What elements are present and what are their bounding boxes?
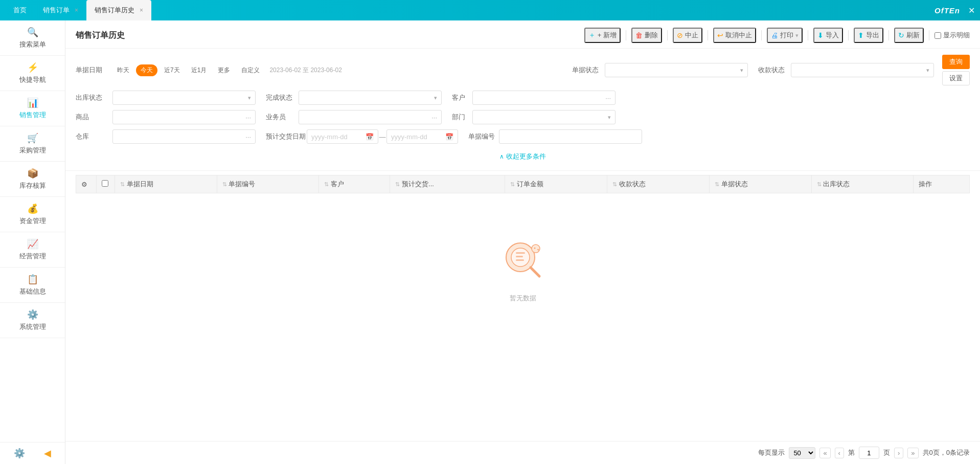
customer-label: 客户 — [452, 93, 472, 102]
toolbar-sep-5 — [808, 30, 808, 40]
pagination-bar: 每页显示 50 10 20 100 « ‹ 第 页 › » 共0页，0条记录 — [65, 441, 980, 464]
sidebar-item-quick-nav[interactable]: ⚡ 快捷导航 — [0, 56, 65, 91]
sidebar-item-system-mgmt[interactable]: ⚙️ 系统管理 — [0, 303, 65, 338]
sidebar-item-basic-info[interactable]: 📋 基础信息 — [0, 268, 65, 303]
tab-sales-order-history[interactable]: 销售订单历史 × — [86, 0, 151, 20]
sidebar-item-purchase-mgmt[interactable]: 🛒 采购管理 — [0, 126, 65, 162]
date-pill-custom[interactable]: 自定义 — [237, 64, 264, 76]
bill-no-input[interactable] — [499, 129, 642, 144]
date-pill-7days[interactable]: 近7天 — [159, 64, 185, 76]
th-order-amount[interactable]: ⇅ 订单金额 — [505, 175, 607, 193]
toolbar-sep-6 — [848, 30, 849, 40]
toolbar: ＋ + 新增 🗑 删除 ⊘ 中止 ↩ 取消中止 — [584, 28, 970, 43]
first-page-btn[interactable]: « — [819, 448, 830, 458]
bill-status-select[interactable]: ▾ — [605, 63, 748, 77]
tab-sales-order[interactable]: 销售订单 × — [35, 0, 86, 20]
customer-dots-icon: ··· — [605, 94, 611, 102]
stop-button[interactable]: ⊘ 中止 — [673, 28, 702, 43]
next-page-btn[interactable]: › — [894, 448, 903, 458]
sidebar-item-operations[interactable]: 📈 经营管理 — [0, 232, 65, 268]
product-select[interactable]: ··· — [112, 110, 256, 124]
sidebar-collapse-icon[interactable]: ◀ — [44, 448, 51, 459]
show-detail-checkbox-label[interactable]: 显示明细 — [935, 31, 970, 40]
main-layout: 🔍 搜索菜单 ⚡ 快捷导航 📊 销售管理 🛒 采购管理 📦 库存核算 💰 资金管… — [0, 20, 980, 464]
expected-date-from[interactable]: yyyy-mm-dd 📅 — [307, 129, 378, 144]
toolbar-sep-7 — [888, 30, 889, 40]
export-button[interactable]: ⬆ 导出 — [854, 28, 883, 43]
table-settings-th[interactable]: ⚙ — [76, 175, 97, 193]
table-area: ⚙ ⇅ 单据日期 ⇅ 单据编号 ⇅ 客户 ⇅ 预计交货... ⇅ 订单金额 ⇅ … — [65, 171, 980, 441]
empty-illustration — [497, 234, 549, 285]
new-button[interactable]: ＋ + 新增 — [584, 28, 621, 43]
svg-rect-5 — [516, 259, 524, 261]
receipt-status-label: 收款状态 — [758, 65, 791, 75]
table-checkbox-th[interactable] — [97, 175, 115, 193]
th-bill-status[interactable]: ⇅ 单据状态 — [709, 175, 811, 193]
last-page-btn[interactable]: » — [907, 448, 918, 458]
sidebar-item-finance[interactable]: 💰 资金管理 — [0, 197, 65, 232]
collapse-more-btn[interactable]: ∧ 收起更多条件 — [76, 149, 970, 164]
outbound-status-select[interactable]: ▾ — [112, 91, 256, 105]
delete-button[interactable]: 🗑 删除 — [631, 28, 662, 43]
sidebar-item-sales-mgmt[interactable]: 📊 销售管理 — [0, 91, 65, 126]
th-customer[interactable]: ⇅ 客户 — [319, 175, 390, 193]
page-number-input[interactable] — [859, 447, 879, 459]
th-bill-date[interactable]: ⇅ 单据日期 — [115, 175, 217, 193]
sidebar-settings-icon[interactable]: ⚙️ — [14, 448, 25, 459]
page-size-select[interactable]: 50 10 20 100 — [789, 447, 815, 459]
date-pill-yesterday[interactable]: 昨天 — [112, 64, 134, 76]
complete-status-select[interactable]: ▾ — [299, 91, 442, 105]
department-select[interactable]: ▾ — [472, 110, 616, 124]
sidebar-item-search-menu[interactable]: 🔍 搜索菜单 — [0, 20, 65, 56]
filter-row-4: 仓库 ··· 预计交货日期 yyyy-mm-dd 📅 — yyyy-mm-dd … — [76, 129, 970, 144]
sort-receipt-status-icon: ⇅ — [612, 181, 617, 187]
filter-row-2: 出库状态 ▾ 完成状态 ▾ 客户 ··· — [76, 91, 970, 105]
print-button[interactable]: 🖨 打印 ▾ — [767, 28, 803, 43]
warehouse-dots-icon: ··· — [245, 133, 251, 141]
salesperson-select[interactable]: ··· — [299, 110, 442, 124]
table-header-row: ⚙ ⇅ 单据日期 ⇅ 单据编号 ⇅ 客户 ⇅ 预计交货... ⇅ 订单金额 ⇅ … — [76, 175, 970, 193]
cancel-stop-button[interactable]: ↩ 取消中止 — [713, 28, 756, 43]
select-all-checkbox[interactable] — [102, 180, 108, 187]
empty-text: 暂无数据 — [510, 294, 536, 303]
import-button[interactable]: ⬇ 导入 — [813, 28, 843, 43]
date-pill-today[interactable]: 今天 — [136, 64, 157, 76]
show-detail-checkbox[interactable] — [935, 32, 941, 39]
th-outbound-status[interactable]: ⇅ 出库状态 — [811, 175, 914, 193]
date-pill-more[interactable]: 更多 — [213, 64, 235, 76]
refresh-button[interactable]: ↻ 刷新 — [894, 28, 924, 43]
customer-select[interactable]: ··· — [472, 91, 616, 105]
th-expected-date[interactable]: ⇅ 预计交货... — [390, 175, 505, 193]
table-header: ⚙ ⇅ 单据日期 ⇅ 单据编号 ⇅ 客户 ⇅ 预计交货... ⇅ 订单金额 ⇅ … — [76, 175, 970, 193]
top-bar-right: OfTEn ✕ — [935, 6, 975, 15]
th-receipt-status[interactable]: ⇅ 收款状态 — [607, 175, 710, 193]
prev-page-btn[interactable]: ‹ — [835, 448, 844, 458]
search-button[interactable]: 查询 — [942, 55, 970, 69]
sidebar-item-inventory[interactable]: 📦 库存核算 — [0, 162, 65, 197]
settings-filter-button[interactable]: 设置 — [942, 71, 970, 85]
bill-status-label: 单据状态 — [572, 65, 605, 75]
tab-sales-order-close[interactable]: × — [75, 7, 78, 14]
expected-date-to[interactable]: yyyy-mm-dd 📅 — [386, 129, 458, 144]
page-size-label: 每页显示 — [758, 448, 785, 457]
complete-status-chevron-icon: ▾ — [434, 95, 437, 101]
warehouse-select[interactable]: ··· — [112, 129, 256, 144]
receipt-status-select[interactable]: ▾ — [791, 63, 934, 77]
th-bill-no[interactable]: ⇅ 单据编号 — [217, 175, 319, 193]
date-range-text: 2023-06-02 至 2023-06-02 — [269, 66, 341, 75]
inventory-icon: 📦 — [27, 168, 38, 179]
svg-line-2 — [531, 268, 539, 276]
svg-rect-4 — [516, 256, 523, 257]
toolbar-sep-1 — [626, 30, 626, 40]
department-label: 部门 — [452, 113, 472, 122]
empty-state: 暂无数据 — [76, 193, 970, 344]
page-title: 销售订单历史 — [76, 30, 125, 41]
basic-info-icon: 📋 — [27, 274, 38, 285]
date-filter-control: 昨天 今天 近7天 近1月 更多 自定义 2023-06-02 至 2023-0… — [112, 64, 572, 76]
tab-home[interactable]: 首页 — [5, 0, 35, 20]
window-close-btn[interactable]: ✕ — [968, 6, 975, 15]
import-icon: ⬇ — [817, 31, 824, 39]
date-pill-1month[interactable]: 近1月 — [187, 64, 212, 76]
table-settings-icon[interactable]: ⚙ — [81, 181, 87, 188]
tab-sales-order-history-close[interactable]: × — [140, 7, 143, 14]
